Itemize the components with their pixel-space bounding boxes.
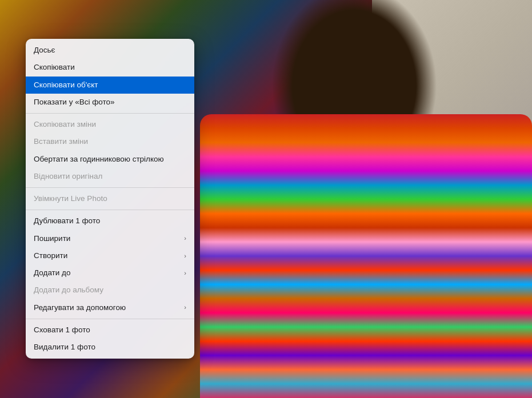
menu-item-copy-object[interactable]: Скопіювати об'єкт <box>26 77 194 94</box>
menu-divider <box>26 113 194 114</box>
menu-item-label: Вставити зміни <box>34 136 88 147</box>
menu-item-label: Відновити оригінал <box>34 171 102 182</box>
menu-item-delete[interactable]: Видалити 1 фото <box>26 339 194 356</box>
menu-item-duplicate[interactable]: Дублювати 1 фото <box>26 212 194 230</box>
menu-item-label: Скопіювати об'єкт <box>34 79 98 91</box>
menu-item-add-to[interactable]: Додати до› <box>26 264 194 282</box>
menu-item-rotate-cw[interactable]: Обертати за годинниковою стрілкою <box>26 151 194 168</box>
menu-item-label: Досьє <box>34 45 55 56</box>
context-menu: ДосьєСкопіюватиСкопіювати об'єктПоказати… <box>26 39 194 359</box>
submenu-chevron-icon: › <box>184 303 186 312</box>
submenu-chevron-icon: › <box>184 251 186 261</box>
menu-item-label: Дублювати 1 фото <box>34 215 100 227</box>
menu-item-label: Скопіювати <box>34 62 75 73</box>
menu-item-label: Сховати 1 фото <box>34 324 90 336</box>
menu-item-paste-changes: Вставити зміни <box>26 133 194 150</box>
menu-item-label: Додати до <box>34 267 70 279</box>
menu-item-share[interactable]: Поширити› <box>26 230 194 247</box>
menu-item-info[interactable]: Досьє <box>26 42 194 59</box>
menu-item-edit-with[interactable]: Редагувати за допомогою› <box>26 299 194 316</box>
menu-item-hide[interactable]: Сховати 1 фото <box>26 321 194 339</box>
menu-item-label: Редагувати за допомогою <box>34 302 126 313</box>
menu-item-mute-live: Увімкнути Live Photo <box>26 190 194 207</box>
menu-item-show-all-photos[interactable]: Показати у «Всі фото» <box>26 94 194 111</box>
menu-item-create[interactable]: Створити› <box>26 247 194 264</box>
menu-divider <box>26 319 194 319</box>
menu-item-copy[interactable]: Скопіювати <box>26 59 194 76</box>
jacket-decoration <box>200 114 532 398</box>
menu-item-label: Створити <box>34 250 67 262</box>
submenu-chevron-icon: › <box>184 268 186 278</box>
menu-item-label: Обертати за годинниковою стрілкою <box>34 154 164 165</box>
menu-item-label: Додати до альбому <box>34 284 103 296</box>
menu-divider <box>26 187 194 188</box>
menu-item-label: Поширити <box>34 233 70 244</box>
menu-divider <box>26 210 194 210</box>
menu-item-add-to-album: Додати до альбому <box>26 282 194 299</box>
menu-item-label: Видалити 1 фото <box>34 341 95 353</box>
submenu-chevron-icon: › <box>184 234 186 243</box>
menu-item-copy-changes: Скопіювати зміни <box>26 116 194 133</box>
menu-item-label: Увімкнути Live Photo <box>34 193 107 204</box>
menu-item-restore-original: Відновити оригінал <box>26 168 194 185</box>
menu-item-label: Скопіювати зміни <box>34 119 96 130</box>
menu-item-label: Показати у «Всі фото» <box>34 97 115 108</box>
